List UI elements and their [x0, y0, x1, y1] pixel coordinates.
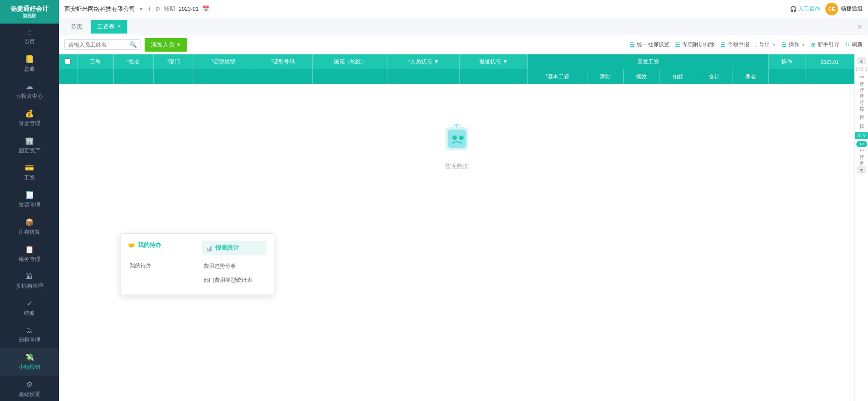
operation-action[interactable]: ☰ 操作 ▼ — [781, 41, 805, 48]
sidebar-item-label: 多机构管理 — [16, 282, 43, 290]
service-label: 人工咨询 — [798, 5, 820, 13]
special-deduction-label: 专项附加扣除 — [682, 41, 715, 48]
sidebar-item-label: 资金管理 — [19, 120, 40, 127]
add-person-button[interactable]: 添加人员 ▼ — [145, 38, 187, 52]
popup-item-expense-trend[interactable]: 费用趋势分析 — [202, 259, 267, 273]
settle-icon: ✓ — [27, 299, 33, 308]
tax-icon: 📋 — [25, 245, 34, 254]
sidebar-item-fund[interactable]: 💰 资金管理 — [0, 105, 59, 132]
content-area: 工号 *姓名 *部门 *证型类型 *证型号码 国籍（地区） *人员状态 ▼ 报送… — [59, 54, 868, 401]
th-spacer-7 — [313, 69, 388, 84]
add-person-label: 添加人员 — [151, 41, 175, 49]
todo-icon: 🤝 — [128, 242, 135, 249]
th-pension: 养老 — [732, 69, 769, 84]
th-spacer-5 — [194, 69, 253, 84]
th-date-col: 2023.01 — [805, 54, 854, 69]
month-6[interactable]: 6月 — [858, 80, 866, 87]
sidebar-item-multi-org[interactable]: 🏛 多机构管理 — [0, 268, 59, 295]
select-all-checkbox[interactable] — [65, 58, 71, 64]
popup-item-my-todo[interactable]: 我的待办 — [128, 259, 193, 273]
tab-home[interactable]: 首页 — [64, 20, 89, 34]
th-spacer-4 — [154, 69, 194, 84]
sidebar-item-label: 首页 — [24, 38, 35, 46]
th-checkbox[interactable] — [59, 54, 77, 69]
month-9[interactable]: 9月 — [858, 98, 866, 105]
new-guide-action[interactable]: ⊕ 新手引导 — [811, 41, 839, 48]
multi-org-icon: 🏛 — [26, 272, 33, 280]
invoice-icon: 🧾 — [25, 191, 34, 199]
sidebar-item-label: 结账 — [24, 309, 35, 317]
empty-state: 暂无数据 — [59, 84, 854, 207]
month-3[interactable]: 3月 — [858, 153, 866, 159]
scroll-down-button[interactable]: ▼ — [857, 166, 866, 174]
search-box: 🔍 — [64, 39, 141, 50]
popup-item-dept-expense[interactable]: 部门费用类型统计表 — [202, 273, 267, 287]
sidebar-item-invoice[interactable]: 🧾 发票管理 — [0, 186, 59, 213]
sidebar-item-expense[interactable]: 💸 小畅报销 — [0, 348, 59, 376]
settings-button[interactable]: ⚙ — [155, 5, 160, 12]
sidebar-item-ledger[interactable]: 📒 总账 — [0, 50, 59, 77]
month-8[interactable]: 8月 — [858, 92, 866, 99]
th-spacer-9 — [460, 69, 528, 84]
popup-col-left-title-text: 我的待办 — [138, 241, 161, 249]
sidebar-item-fixed-asset[interactable]: 🏢 固定资产 — [0, 132, 59, 159]
tab-close-icon[interactable]: ✕ — [117, 24, 121, 29]
search-icon[interactable]: 🔍 — [130, 41, 137, 48]
sidebar-item-payroll[interactable]: 💳 工资 — [0, 159, 59, 186]
customer-service-button[interactable]: 🎧 人工咨询 — [790, 5, 820, 13]
social-insurance-action[interactable]: ☰ 统一社保设置 — [630, 41, 669, 48]
new-guide-label: 新手引导 — [818, 41, 839, 48]
sidebar-item-inventory[interactable]: 📦 库存核算 — [0, 213, 59, 241]
th-name: *姓名 — [113, 54, 154, 69]
logo-subtitle: 旗舰版 — [23, 13, 36, 19]
svg-point-2 — [452, 135, 457, 140]
month-1-active[interactable]: 1月 — [856, 141, 867, 147]
export-action[interactable]: ↓ 导出 ▼ — [755, 41, 776, 48]
sidebar-item-tax[interactable]: 📋 税务管理 — [0, 241, 59, 268]
sidebar-item-settle[interactable]: ✓ 结账 — [0, 295, 59, 322]
tab-payroll-table[interactable]: 工资表 ✕ — [91, 20, 127, 34]
sidebar-item-archive[interactable]: 🗂 归档管理 — [0, 322, 59, 348]
report-filter-icon[interactable]: ▼ — [503, 58, 508, 65]
refresh-action[interactable]: ↻ 刷新 — [845, 41, 863, 48]
headset-icon: 🎧 — [790, 6, 797, 12]
sidebar-item-cloud-report[interactable]: ☁ 云报表中心 — [0, 77, 59, 105]
th-spacer-3 — [113, 69, 154, 84]
period-calendar-icon[interactable]: 📅 — [202, 5, 209, 12]
month-11[interactable]: 11月 — [858, 113, 866, 122]
sidebar-item-home[interactable]: ⌂ 首页 — [0, 24, 59, 50]
main-content: 西安虾米网络科技有限公司 ▼ + ⚙ 账期 2023-01 📅 🎧 人工咨询 C… — [59, 0, 868, 401]
th-department: *部门 — [154, 54, 194, 69]
popup-col-left-title: 🤝 我的待办 — [128, 241, 193, 253]
topbar-right: 🎧 人工咨询 CE 畅捷通组 — [790, 3, 863, 15]
logo-title: 畅捷通好会计 — [10, 5, 48, 13]
close-all-tabs-button[interactable]: ✕ — [857, 23, 863, 30]
popup-col-right-title: 📊 报表统计 — [202, 241, 267, 255]
user-menu[interactable]: CE 畅捷通组 — [825, 3, 863, 15]
month-12[interactable]: 12月 — [858, 122, 866, 130]
inventory-icon: 📦 — [25, 218, 34, 227]
personal-tax-action[interactable]: ☰ 个税申报 — [720, 41, 749, 48]
dropdown-popup: 🤝 我的待办 我的待办 📊 报表统计 费用趋势分析 部门费用类型统计表 — [120, 233, 274, 295]
company-dropdown-arrow[interactable]: ▼ — [139, 6, 144, 12]
sidebar-item-basic[interactable]: ⚙ 基础设置 — [0, 376, 59, 401]
special-deduction-action[interactable]: ☰ 专项附加扣除 — [675, 41, 715, 48]
month-2[interactable]: 2月 — [858, 147, 866, 154]
add-company-button[interactable]: + — [147, 5, 151, 13]
export-arrow-icon: ▼ — [772, 43, 776, 47]
month-5[interactable]: 5月 — [858, 74, 866, 80]
scroll-up-button[interactable]: ▲ — [857, 57, 866, 64]
th-deduction: 扣款 — [659, 69, 696, 84]
month-4[interactable]: 4月 — [858, 159, 866, 166]
th-spacer-8 — [388, 69, 459, 84]
filter-icon[interactable]: ▼ — [434, 58, 439, 65]
search-input[interactable] — [68, 42, 127, 48]
th-bonus: 绩效 — [623, 69, 659, 84]
th-spacer-10 — [769, 69, 805, 84]
panel-year-header: 2023.01 — [854, 65, 868, 74]
month-7[interactable]: 7月 — [858, 86, 866, 92]
avatar: CE — [825, 3, 838, 15]
month-10[interactable]: 10月 — [858, 105, 866, 113]
toolbar: 🔍 添加人员 ▼ ☰ 统一社保设置 ☰ 专项附加扣除 ☰ 个税申报 ↓ 导出 ▼ — [59, 35, 868, 54]
sidebar-item-label: 基础设置 — [19, 391, 40, 398]
